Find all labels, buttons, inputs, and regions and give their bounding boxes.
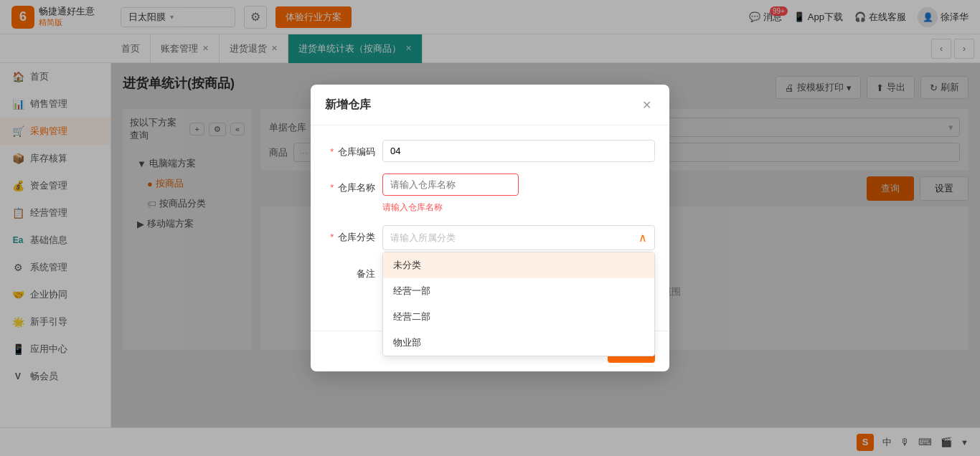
modal-body: * 仓库编码 * 仓库名称 请输入仓库名称 [311,125,669,331]
cat-option-3[interactable]: 物业部 [383,330,654,356]
name-error-msg: 请输入仓库名称 [382,201,443,214]
modal-overlay: 新增仓库 ✕ * 仓库编码 * 仓库名称 [0,0,980,456]
name-row: * 仓库名称 请输入仓库名称 [325,174,655,214]
category-label: * 仓库分类 [325,225,375,244]
cat-option-2[interactable]: 经营二部 [383,304,654,330]
code-row: * 仓库编码 [325,140,655,162]
add-warehouse-modal: 新增仓库 ✕ * 仓库编码 * 仓库名称 [311,85,669,371]
note-label: 备注 [325,262,375,280]
code-input[interactable] [382,140,655,162]
category-input[interactable]: 请输入所属分类 ∧ [382,225,655,250]
cat-option-1[interactable]: 经营一部 [383,278,654,304]
modal-title: 新增仓库 [325,98,371,113]
name-input[interactable] [382,174,519,196]
code-label: * 仓库编码 [325,140,375,158]
category-row: * 仓库分类 请输入所属分类 ∧ 未分类 经营一部 [325,225,655,250]
chevron-up-icon: ∧ [639,231,647,244]
modal-close-button[interactable]: ✕ [638,96,655,113]
category-dropdown-wrapper: 请输入所属分类 ∧ 未分类 经营一部 经营二部 [382,225,655,250]
category-placeholder: 请输入所属分类 [390,232,456,244]
cat-option-0[interactable]: 未分类 [383,252,654,278]
category-dropdown: 未分类 经营一部 经营二部 物业部 [382,252,655,356]
name-label: * 仓库名称 [325,176,375,194]
modal-header: 新增仓库 ✕ [311,85,669,125]
